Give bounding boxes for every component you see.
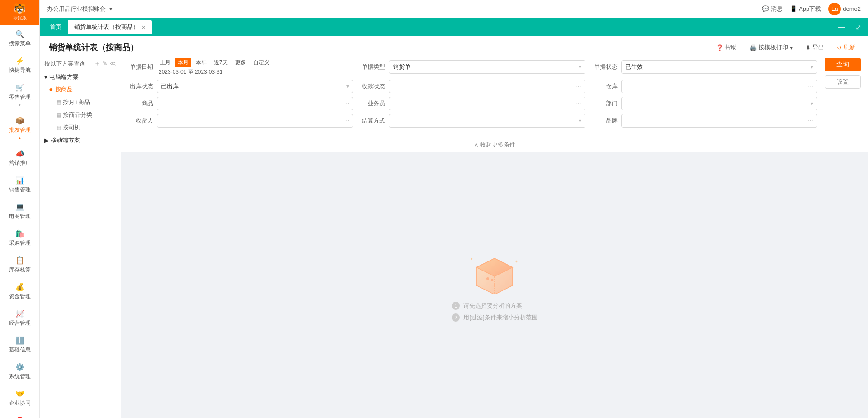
out-status-select[interactable]: 已出库 ▾ [157, 80, 353, 93]
svg-text:·: · [510, 285, 511, 288]
staff-select[interactable] [389, 97, 585, 110]
sidebar-item-inventory[interactable]: 📋 库存核算 [0, 252, 39, 278]
tree-item-by-driver-label: 按司机 [63, 124, 80, 132]
collection-select[interactable] [389, 80, 585, 93]
tree-item-by-month-goods[interactable]: ▦ 按月+商品 [40, 96, 121, 109]
brand-label: 品牌 [593, 117, 618, 125]
filter-row-1-grid: 单据日期 上月 本月 本年 近7天 更多 自定义 [128, 58, 817, 76]
tab-sales-stats-label: 销货单统计表（按商品） [74, 23, 139, 31]
export-btn[interactable]: ⬇ 导出 [802, 42, 828, 53]
add-scheme-btn[interactable]: ＋ [94, 60, 100, 68]
sidebar-item-newbie[interactable]: 🎯 新手引导 [0, 412, 39, 418]
tab-close-icon[interactable]: ✕ [142, 24, 146, 30]
avatar: Ea [828, 3, 841, 15]
tab-home[interactable]: 首页 [43, 20, 68, 34]
refresh-btn[interactable]: ↺ 刷新 [833, 42, 859, 53]
type-field-label: 单据类型 [360, 63, 385, 71]
app-name: 办公用品行业模拟账套 [47, 5, 106, 13]
user-area[interactable]: Ea demo2 [828, 3, 861, 15]
tree-item-by-goods[interactable]: ● 按商品 [40, 83, 121, 96]
dept-dropdown-icon: ▾ [811, 100, 813, 107]
sidebar-item-marketing[interactable]: 📣 营销推广 [0, 145, 39, 171]
empty-illustration: ✦ ✦ · [467, 249, 522, 294]
sidebar-item-system[interactable]: ⚙️ 系统管理 [0, 358, 39, 385]
warehouse-select[interactable]: ··· [621, 80, 817, 93]
app-name-area[interactable]: 办公用品行业模拟账套 ▾ [47, 5, 113, 13]
status-select[interactable]: 已生效 ▾ [621, 60, 817, 74]
sidebar-item-quick-nav[interactable]: ⚡ 快捷导航 [0, 52, 39, 79]
refresh-label: 刷新 [844, 43, 855, 52]
date-btn-custom[interactable]: 自定义 [250, 58, 272, 67]
status-dropdown-icon: ▾ [811, 64, 813, 70]
empty-tips: 1 请先选择要分析的方案 2 用[过滤]条件来缩小分析范围 [452, 302, 537, 322]
dept-label: 部门 [593, 100, 618, 108]
sidebar-item-finance-label: 资金管理 [9, 293, 31, 300]
sidebar-item-finance[interactable]: 💰 资金管理 [0, 278, 39, 305]
left-panel-header: 按以下方案查询 ＋ ✎ ≪ [40, 57, 121, 71]
brand-select[interactable] [621, 114, 817, 128]
setup-button[interactable]: 设置 [825, 75, 861, 89]
tree-item-icon-1: ▦ [56, 99, 61, 105]
sidebar-item-sales-label: 销售管理 [9, 186, 31, 194]
left-panel-title: 按以下方案查询 [44, 60, 85, 68]
sidebar-item-basic-info[interactable]: ℹ️ 基础信息 [0, 332, 39, 358]
sidebar-item-sales[interactable]: 📊 销售管理 [0, 171, 39, 198]
sidebar-item-purchase[interactable]: 🛍️ 采购管理 [0, 225, 39, 252]
collapse-label: ∧ 收起更多条件 [474, 141, 516, 148]
payment-label: 结算方式 [360, 117, 385, 125]
dept-select[interactable]: ▾ [621, 97, 817, 110]
tree-group-mobile[interactable]: ▶ 移动端方案 [40, 134, 121, 147]
print-dropdown-icon: ▾ [790, 44, 793, 51]
sidebar-item-search[interactable]: 🔍 搜索菜单 [0, 25, 39, 52]
filter-container: 单据日期 上月 本月 本年 近7天 更多 自定义 [121, 53, 868, 137]
status-field-label: 单据状态 [593, 63, 618, 71]
date-quick-btns: 上月 本月 本年 近7天 更多 自定义 [157, 58, 353, 67]
app-download-label: App下载 [799, 5, 821, 13]
minimize-btn[interactable]: — [835, 21, 848, 33]
export-label: 导出 [812, 43, 824, 52]
filter-dept-field: 部门 ▾ [593, 97, 817, 110]
tree-item-by-driver[interactable]: ▦ 按司机 [40, 121, 121, 134]
sidebar-item-system-label: 系统管理 [9, 373, 31, 380]
tip-num-1: 1 [452, 302, 460, 310]
filter-type-field: 单据类型 销货单 ▾ [360, 58, 585, 76]
message-btn[interactable]: 💬 消息 [762, 5, 783, 13]
type-select[interactable]: 销货单 ▾ [389, 60, 585, 74]
print-btn[interactable]: 🖨️ 按模板打印 ▾ [746, 42, 797, 53]
maximize-btn[interactable]: ⤢ [852, 21, 864, 33]
collapse-bar[interactable]: ∧ 收起更多条件 [121, 137, 868, 152]
date-btn-7days[interactable]: 近7天 [211, 58, 231, 67]
retail-arrow-icon: ▾ [19, 102, 21, 107]
help-icon: ❓ [716, 44, 723, 51]
sidebar-item-retail[interactable]: 🛒 零售管理 ▾ [0, 79, 39, 112]
goods-select[interactable] [157, 97, 353, 110]
message-label: 消息 [771, 5, 783, 13]
sidebar-item-operations[interactable]: 📈 经营管理 [0, 305, 39, 332]
sidebar-item-wholesale[interactable]: 📦 批发管理 ▴ [0, 112, 39, 145]
date-btn-this-year[interactable]: 本年 [193, 58, 209, 67]
receiver-select[interactable] [157, 114, 353, 128]
collapse-panel-btn[interactable]: ≪ [109, 60, 116, 68]
tree-item-by-category[interactable]: ▦ 按商品分类 [40, 109, 121, 121]
date-btn-more[interactable]: 更多 [232, 58, 249, 67]
tree-item-by-goods-label: 按商品 [55, 86, 73, 94]
tree-item-icon-3: ▦ [56, 124, 61, 131]
query-button[interactable]: 查询 [825, 58, 861, 71]
date-btn-last-month[interactable]: 上月 [157, 58, 173, 67]
sidebar-item-basic-info-label: 基础信息 [9, 346, 31, 354]
status-value: 已生效 [625, 63, 643, 71]
edit-scheme-btn[interactable]: ✎ [102, 60, 108, 68]
tree-group-desktop[interactable]: ▾ 电脑端方案 [40, 71, 121, 83]
payment-select[interactable]: ▾ [389, 114, 585, 128]
tab-sales-stats[interactable]: 销货单统计表（按商品） ✕ [68, 20, 152, 34]
sidebar-item-ecommerce-label: 电商管理 [9, 213, 31, 220]
sidebar-item-ecommerce[interactable]: 💻 电商管理 [0, 198, 39, 225]
date-btn-this-month[interactable]: 本月 [175, 58, 191, 67]
app-download-btn[interactable]: 📱 App下载 [790, 5, 821, 13]
filter-row-4-grid: 收货人 结算方式 ▾ [128, 114, 817, 128]
tree-item-icon-2: ▦ [56, 112, 61, 118]
warehouse-label: 仓库 [593, 82, 618, 90]
help-btn[interactable]: ❓ 帮助 [712, 42, 741, 53]
operations-icon: 📈 [15, 309, 24, 318]
sidebar-item-enterprise[interactable]: 🤝 企业协同 [0, 385, 39, 412]
